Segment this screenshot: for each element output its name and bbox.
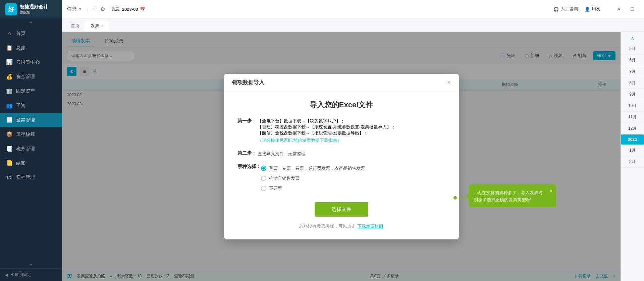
sidebar-nav: ⌂ 首页 📋 总账 📊 云报表中心 💰 资金管理 🏢 固定资产 👥 工资 <box>0 25 62 262</box>
period-value: 2023-03 <box>122 7 138 12</box>
date-side-panel: ∧ 5月 6月 7月 8月 9月 10月 11月 12月 2023 1月 2月 <box>621 32 644 281</box>
main-content-inner: 销项发票 进项发票 🧾 凭证 ⊕ 新增 <box>62 32 621 281</box>
ticket-radio-group: 普票，专票，卷票，通行费发票，农产品销售发票 机动车销售发票 <box>261 165 365 195</box>
sidebar-item-payroll[interactable]: 👥 工资 <box>0 98 62 113</box>
close-books-icon: 📒 <box>6 160 13 166</box>
user-button[interactable]: 👤 用友 <box>585 6 600 12</box>
sidebar-item-inventory[interactable]: 📦 库存核算 <box>0 127 62 142</box>
invoice-icon: 🧾 <box>6 117 13 123</box>
date-item-year-2023[interactable]: 2023 <box>621 134 644 145</box>
radio-circle-motor <box>261 176 266 181</box>
modal-close-button[interactable]: × <box>447 79 451 86</box>
ticket-section: 票种选择： 普票，专票，卷票，通行费发票，农产品销售发票 <box>237 164 445 195</box>
radio-label-general: 普票，专票，卷票，通行费发票，农产品销售发票 <box>269 165 365 171</box>
date-item-6[interactable]: 6月 <box>621 55 644 66</box>
sidebar-scroll-up[interactable]: ▲ <box>0 18 62 25</box>
tab-invoice-label: 发票 <box>91 23 99 29</box>
radio-option-general[interactable]: 普票，专票，卷票，通行费发票，农产品销售发票 <box>261 165 365 171</box>
radio-label-none: 不开票 <box>269 185 282 191</box>
sidebar-item-tax[interactable]: 📑 税务管理 <box>0 142 62 156</box>
select-file-button[interactable]: 选择文件 <box>315 202 368 217</box>
sidebar-item-archive[interactable]: 🗂 归档管理 <box>0 170 62 184</box>
step2-section: 第二步： 直接导入文件，无需整理 <box>237 150 445 157</box>
window-close-button[interactable]: × <box>612 2 626 16</box>
sidebar-label-ledger: 总账 <box>16 45 25 51</box>
topbar-settings-button[interactable]: ⚙ <box>100 6 105 12</box>
topbar-period: 账期 2023-03 📅 <box>112 6 145 12</box>
step1-content: 【全电平台】数据下载→【税务数字账户】； 【百旺】税控盘数据下载→【系统设置-系… <box>258 118 396 144</box>
sidebar-label-tax: 税务管理 <box>16 146 35 152</box>
date-item-1[interactable]: 1月 <box>621 145 644 156</box>
sidebar-item-assets[interactable]: 🏢 固定资产 <box>0 84 62 98</box>
service-button[interactable]: 🎧 人工咨询 <box>553 6 578 12</box>
date-item-8[interactable]: 8月 <box>621 77 644 89</box>
topbar-divider1: | <box>87 7 88 12</box>
period-calendar-icon[interactable]: 📅 <box>140 7 145 12</box>
radio-option-none[interactable]: 不开票 <box>261 185 365 191</box>
sidebar-cancel-fixed[interactable]: ◀ ◀ 取消固定 <box>0 268 62 281</box>
company-dropdown-icon: ▼ <box>78 7 82 11</box>
company-selector[interactable]: 你您 ▼ <box>67 6 82 12</box>
headset-icon: 🎧 <box>553 7 559 12</box>
home-icon: ⌂ <box>6 31 13 37</box>
date-item-11[interactable]: 11月 <box>621 112 644 123</box>
user-label: 用友 <box>592 6 600 12</box>
date-item-10[interactable]: 10月 <box>621 100 644 112</box>
tooltip-arrow <box>466 193 469 199</box>
date-nav-up[interactable]: ∧ <box>629 34 636 43</box>
tab-home[interactable]: 首页 <box>65 20 85 32</box>
topbar: 你您 ▼ | + ⚙ 账期 2023-03 📅 🎧 人工咨询 👤 用友 <box>62 0 644 18</box>
modal-footer: 若您没有发票模版，可以点击 下载发票模版 <box>237 223 445 229</box>
sidebar-label-home: 首页 <box>16 31 25 37</box>
radio-circle-general <box>261 166 266 171</box>
download-template-link[interactable]: 下载发票模版 <box>357 224 383 229</box>
tooltip-bubble: | 现在支持的票种多了，导入发票时别忘了选择正确的发票类型呀! × <box>469 184 556 208</box>
service-label: 人工咨询 <box>560 6 578 12</box>
radio-label-motor: 机动车销售发票 <box>269 175 300 181</box>
logo-icon: 好 <box>5 3 17 15</box>
step1-row: 第一步： 【全电平台】数据下载→【税务数字账户】； 【百旺】税控盘数据下载→【系… <box>237 118 445 144</box>
sidebar-item-invoice[interactable]: 🧾 发票管理 <box>0 113 62 127</box>
tab-home-label: 首页 <box>71 23 79 29</box>
window-controls: × □ <box>612 2 639 16</box>
sidebar-item-funds[interactable]: 💰 资金管理 <box>0 69 62 84</box>
sidebar-item-close[interactable]: 📒 结账 <box>0 156 62 170</box>
window-maximize-button[interactable]: □ <box>626 2 639 16</box>
reports-icon: 📊 <box>6 59 13 65</box>
date-item-5[interactable]: 5月 <box>621 43 644 55</box>
period-label: 账期 <box>112 6 120 12</box>
sidebar: 好 畅捷通好会计 旗舰版 ▲ ⌂ 首页 📋 总账 📊 云报表中心 💰 资金管理 <box>0 0 62 281</box>
tab-invoice[interactable]: 发票 × <box>85 20 109 32</box>
tab-invoice-close[interactable]: × <box>101 24 103 28</box>
payroll-icon: 👥 <box>6 102 13 109</box>
step1-label: 第一步： <box>237 118 258 144</box>
date-item-12[interactable]: 12月 <box>621 123 644 134</box>
tooltip-close-button[interactable]: × <box>549 187 552 196</box>
radio-option-motor[interactable]: 机动车销售发票 <box>261 175 365 181</box>
sidebar-scroll-down[interactable]: ▼ <box>0 262 62 268</box>
full-content: 销项发票 进项发票 🧾 凭证 ⊕ 新增 <box>62 32 644 281</box>
archive-icon: 🗂 <box>6 174 13 180</box>
date-item-9[interactable]: 9月 <box>621 89 644 100</box>
sidebar-label-invoice: 发票管理 <box>16 117 35 123</box>
step1-line3: 【航信】金税盘数据下载→【报税管理-发票数据导出】； <box>258 130 396 136</box>
sidebar-item-home[interactable]: ⌂ 首页 <box>0 26 62 41</box>
sidebar-label-payroll: 工资 <box>16 103 25 109</box>
sidebar-item-reports[interactable]: 📊 云报表中心 <box>0 55 62 69</box>
date-item-7[interactable]: 7月 <box>621 66 644 77</box>
step2-text: 直接导入文件，无需整理 <box>258 150 306 157</box>
app-title: 畅捷通好会计 <box>20 4 48 10</box>
main-area: 你您 ▼ | + ⚙ 账期 2023-03 📅 🎧 人工咨询 👤 用友 <box>62 0 644 281</box>
date-item-2[interactable]: 2月 <box>621 156 644 168</box>
topbar-add-button[interactable]: + <box>93 6 97 13</box>
radio-circle-none <box>261 186 266 191</box>
sidebar-item-ledger[interactable]: 📋 总账 <box>0 41 62 55</box>
step1-section: 第一步： 【全电平台】数据下载→【税务数字账户】； 【百旺】税控盘数据下载→【系… <box>237 118 445 144</box>
step1-link[interactable]: （详细操作见百旺/航信发票数据下载指南） <box>258 138 342 143</box>
footer-text: 若您没有发票模版，可以点击 <box>299 224 356 229</box>
ticket-row: 票种选择： 普票，专票，卷票，通行费发票，农产品销售发票 <box>237 164 445 195</box>
ticket-label: 票种选择： <box>237 164 261 195</box>
modal-title: 销项数据导入 <box>232 79 264 86</box>
assets-icon: 🏢 <box>6 88 13 94</box>
sidebar-label-archive: 归档管理 <box>16 174 35 180</box>
